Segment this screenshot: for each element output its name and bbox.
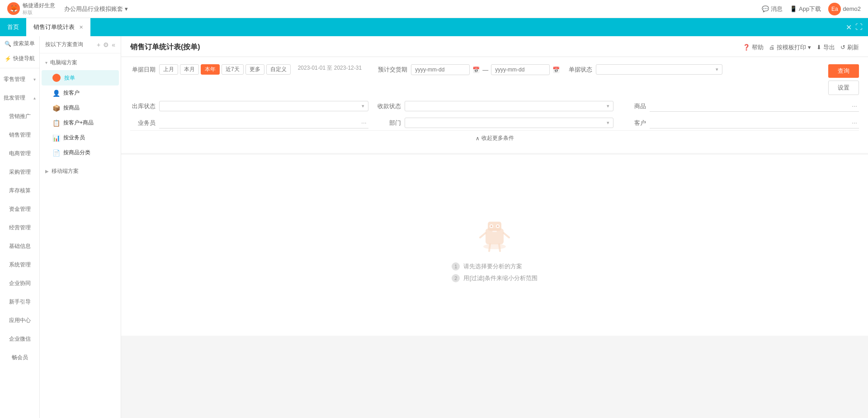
date-separator: — <box>482 66 488 73</box>
chevron-down-icon: ▾ <box>607 103 609 109</box>
search-menu-btn[interactable]: 🔍 搜索菜单 <box>0 36 39 51</box>
more-dots-icon: ··· <box>852 102 857 109</box>
add-solution-btn[interactable]: + <box>97 41 100 48</box>
print-btn[interactable]: 🖨 按模板打印 ▾ <box>769 43 811 52</box>
tab-sales-stat[interactable]: 销售订单统计表 ✕ <box>26 18 90 36</box>
expected-date-end[interactable] <box>491 64 550 75</box>
solution-group-desktop: ▾ 电脑端方案 按 按单 👤 按客户 📦 按商品 📋 按客户+商品 <box>40 53 121 162</box>
collapse-bar[interactable]: ∧ 收起更多条件 <box>130 130 859 146</box>
user-menu[interactable]: Ea demo2 <box>828 3 861 15</box>
sidebar-item-ecommerce[interactable]: 电商管理 <box>0 144 39 163</box>
sidebar-item-app-center[interactable]: 应用中心 <box>0 311 39 330</box>
date-range-text: 2023-01-01 至 2023-12-31 <box>298 64 362 72</box>
logo-text: 畅捷通好生意 标版 <box>23 2 55 16</box>
tab-home[interactable]: 首页 <box>0 18 26 36</box>
sidebar-item-retail[interactable]: 零售管理 ▾ <box>0 70 39 89</box>
message-btn[interactable]: 💬 消息 <box>762 5 783 13</box>
chevron-down-icon: ▾ <box>716 66 718 72</box>
expected-date-group: 📅 — 📅 <box>411 64 560 75</box>
help-icon: ❓ <box>743 44 750 51</box>
sidebar: 🔍 搜索菜单 ⚡ 快捷导航 零售管理 ▾ 批发管理 ▴ 营销推广 销售管理 电商… <box>0 36 40 418</box>
customer-label: 客户 <box>621 119 646 127</box>
solution-group-header-mobile[interactable]: ▶ 移动端方案 <box>40 164 121 179</box>
sidebar-item-inventory[interactable]: 库存核算 <box>0 181 39 200</box>
avatar: Ea <box>828 3 841 15</box>
svg-point-6 <box>497 225 499 227</box>
search-btn[interactable]: 查询 <box>828 64 859 78</box>
close-window-icon[interactable]: ✕ <box>846 23 852 32</box>
help-btn[interactable]: ❓ 帮助 <box>743 43 764 52</box>
more-date-btn[interactable]: 更多 <box>245 64 264 75</box>
solution-item-by-order[interactable]: 按 按单 <box>42 70 119 86</box>
salesman-input[interactable]: ··· <box>159 117 368 128</box>
collapse-panel-btn[interactable]: « <box>112 41 115 48</box>
date-label: 单据日期 <box>130 66 156 74</box>
this-year-btn[interactable]: 本年 <box>201 64 220 75</box>
app-download-btn[interactable]: 📱 App下载 <box>790 5 821 13</box>
expected-date-start[interactable] <box>411 64 470 75</box>
sidebar-item-member[interactable]: 畅会员 <box>0 348 39 367</box>
maximize-icon[interactable]: ⛶ <box>855 23 863 31</box>
chevron-down-icon: ▾ <box>362 103 364 109</box>
topbar-right: 💬 消息 📱 App下载 Ea demo2 <box>762 3 861 15</box>
main-content: 销售订单统计表(按单) ❓ 帮助 🖨 按模板打印 ▾ ⬇ 导出 ↺ 刷新 <box>121 36 868 418</box>
solution-item-by-category[interactable]: 📄 按商品分类 <box>42 145 119 160</box>
solution-item-by-salesman[interactable]: 📊 按业务员 <box>42 130 119 145</box>
export-btn[interactable]: ⬇ 导出 <box>816 43 835 52</box>
user-icon: 👤 <box>52 90 60 97</box>
reset-btn[interactable]: 设置 <box>828 81 859 95</box>
empty-illustration <box>472 208 517 253</box>
tab-right-icons: ✕ ⛶ <box>846 23 868 32</box>
sidebar-item-marketing[interactable]: 营销推广 <box>0 107 39 126</box>
sidebar-item-basic[interactable]: 基础信息 <box>0 237 39 256</box>
solution-item-by-customer-goods[interactable]: 📋 按客户+商品 <box>42 115 119 130</box>
box-icon: 📦 <box>52 104 60 112</box>
svg-line-8 <box>480 233 486 238</box>
calendar-start-icon[interactable]: 📅 <box>472 66 480 73</box>
refresh-btn[interactable]: ↺ 刷新 <box>840 43 859 52</box>
topbar-left: 🦊 畅捷通好生意 标版 <box>7 2 55 16</box>
goods-input[interactable]: ··· <box>650 100 859 112</box>
chart-icon: 📊 <box>52 134 60 142</box>
tab-close-icon[interactable]: ✕ <box>79 24 83 30</box>
dept-dropdown[interactable]: ▾ <box>405 118 614 128</box>
settings-solution-btn[interactable]: ⚙ <box>103 41 109 48</box>
chevron-down-icon: ▾ <box>125 5 128 12</box>
print-icon: 🖨 <box>769 44 775 51</box>
sidebar-item-newbie[interactable]: 新手引导 <box>0 293 39 311</box>
solution-item-by-customer[interactable]: 👤 按客户 <box>42 86 119 100</box>
quick-nav-btn[interactable]: ⚡ 快捷导航 <box>0 51 39 66</box>
svg-line-11 <box>499 244 500 251</box>
sidebar-item-purchase[interactable]: 采购管理 <box>0 163 39 181</box>
last-7days-btn[interactable]: 近7天 <box>222 64 244 75</box>
status-dropdown[interactable]: ▾ <box>596 64 722 75</box>
nav-icon: ⚡ <box>5 56 11 62</box>
svg-line-9 <box>504 233 509 238</box>
logo-icon: 🦊 <box>7 2 20 15</box>
industry-select[interactable]: 办公用品行业模拟账套 ▾ <box>64 5 128 13</box>
custom-date-btn[interactable]: 自定义 <box>266 64 291 75</box>
svg-point-0 <box>483 244 506 249</box>
receive-status-label: 收款状态 <box>376 102 401 110</box>
sidebar-item-finance[interactable]: 资金管理 <box>0 200 39 218</box>
dept-label: 部门 <box>376 119 401 127</box>
last-month-btn[interactable]: 上月 <box>159 64 178 75</box>
sidebar-item-wechat[interactable]: 企业微信 <box>0 330 39 348</box>
date-quick-btns: 上月 本月 本年 近7天 更多 自定义 <box>159 64 291 75</box>
solution-item-by-goods[interactable]: 📦 按商品 <box>42 100 119 115</box>
sidebar-item-system[interactable]: 系统管理 <box>0 256 39 274</box>
this-month-btn[interactable]: 本月 <box>180 64 199 75</box>
sidebar-item-enterprise[interactable]: 企业协同 <box>0 274 39 293</box>
solution-group-header-desktop[interactable]: ▾ 电脑端方案 <box>40 55 121 70</box>
sidebar-item-wholesale[interactable]: 批发管理 ▴ <box>0 89 39 107</box>
solution-group-mobile: ▶ 移动端方案 <box>40 162 121 180</box>
chevron-down-icon: ▾ <box>607 120 609 126</box>
receive-status-dropdown[interactable]: ▾ <box>405 101 614 111</box>
customer-input[interactable]: ··· <box>650 117 859 128</box>
calendar-end-icon[interactable]: 📅 <box>552 66 560 73</box>
sidebar-item-sales[interactable]: 销售管理 <box>0 126 39 144</box>
sidebar-item-operation[interactable]: 经营管理 <box>0 218 39 237</box>
out-status-dropdown[interactable]: ▾ <box>159 101 368 111</box>
out-status-label: 出库状态 <box>130 102 156 110</box>
more-dots-icon: ··· <box>852 119 857 126</box>
